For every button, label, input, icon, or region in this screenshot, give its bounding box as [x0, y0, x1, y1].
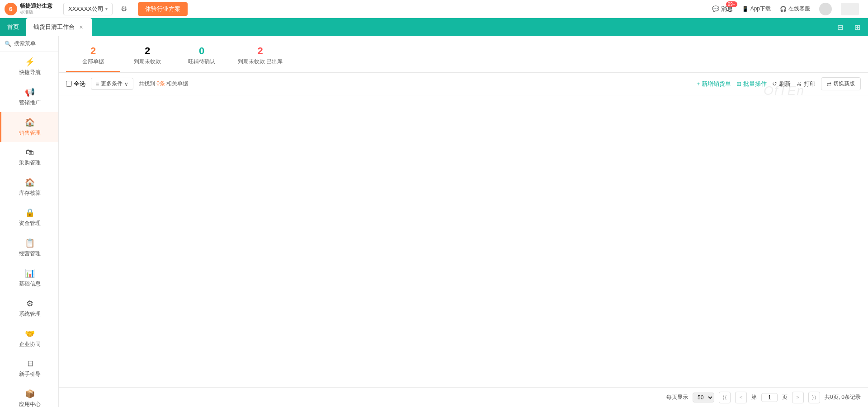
sidebar-item-quick-nav[interactable]: ⚡ 快捷导航 [0, 51, 58, 82]
batch-label: 批量操作 [743, 80, 767, 88]
batch-icon: ⊞ [736, 80, 741, 87]
pagination: 每页显示 50 ⟨⟨ ＜ 第 1 页 ＞ ⟩⟩ 共0页, 0条记录 [59, 387, 868, 407]
page-first-btn[interactable]: ⟨⟨ [719, 392, 731, 403]
total-label: 共0页, 0条记录 [825, 393, 861, 401]
search-menu-btn[interactable]: 🔍 搜索菜单 [0, 36, 58, 51]
logo-sub: 标准版 [20, 9, 52, 15]
stat-label-wangwang: 旺辅待确认 [184, 58, 220, 65]
switch-version-btn[interactable]: ⇄ 切换新版 [821, 77, 861, 90]
search-icon: 🔍 [5, 41, 11, 47]
cooperation-icon: 🤝 [25, 329, 35, 339]
switch-icon: ⇄ [827, 81, 831, 87]
sidebar-item-label: 应用中心 [19, 401, 41, 407]
found-prefix: 共找到 [139, 80, 155, 87]
sidebar-item-label: 资金管理 [19, 220, 41, 227]
sidebar-item-sales[interactable]: 🏠 销售管理 [0, 112, 58, 142]
system-icon: ⚙ [26, 299, 33, 309]
sidebar-item-label: 采购管理 [19, 159, 41, 167]
sales-icon: 🏠 [25, 117, 35, 127]
sidebar-item-marketing[interactable]: 📢 营销推广 [0, 82, 58, 112]
per-page-select[interactable]: 50 [693, 393, 714, 402]
company-name: XXXXXX公司 [68, 5, 104, 13]
sidebar-item-cooperation[interactable]: 🤝 企业协同 [0, 323, 58, 354]
select-all-input[interactable] [66, 81, 72, 87]
online-service-btn[interactable]: 🎧 在线客服 [780, 5, 810, 13]
page-last-btn[interactable]: ⟩⟩ [808, 392, 820, 403]
logo-icon: 6 [5, 3, 17, 15]
filter-chevron-icon: ∨ [124, 81, 128, 87]
sidebar: 🔍 搜索菜单 ⚡ 快捷导航 📢 营销推广 🏠 销售管理 🛍 采购管理 🏠 库存核… [0, 36, 59, 407]
tab-home[interactable]: 首页 [0, 18, 26, 36]
operations-icon: 📋 [25, 238, 35, 248]
tab-work-label: 钱货日清工作台 [33, 23, 75, 31]
app-download-icon: 📱 [742, 6, 749, 12]
sidebar-item-purchase[interactable]: 🛍 采购管理 [0, 142, 58, 172]
company-selector[interactable]: XXXXXX公司 ▾ [63, 3, 113, 15]
sidebar-item-guide[interactable]: 🖥 新手引导 [0, 354, 58, 384]
sidebar-item-label: 系统管理 [19, 310, 41, 318]
tab-bar: 首页 钱货日清工作台 ✕ ⊟ ⊞ [0, 18, 868, 36]
sidebar-item-finance[interactable]: 🔒 资金管理 [0, 202, 58, 233]
refresh-btn[interactable]: ↺ 刷新 [772, 80, 791, 88]
header-right: 💬 消息 99+ 📱 App下载 🎧 在线客服 [712, 3, 863, 15]
user-avatar2[interactable] [841, 3, 859, 15]
toolbar-right: + 新增销货单 ⊞ 批量操作 ↺ 刷新 🖨 打印 ⇄ 切换新版 [695, 77, 861, 90]
print-label: 打印 [804, 80, 816, 88]
app-center-icon: 📦 [25, 389, 35, 399]
sidebar-item-label: 快捷导航 [19, 69, 41, 76]
sidebar-item-basic-info[interactable]: 📊 基础信息 [0, 263, 58, 293]
main-layout: 🔍 搜索菜单 ⚡ 快捷导航 📢 营销推广 🏠 销售管理 🛍 采购管理 🏠 库存核… [0, 36, 868, 407]
select-all-checkbox[interactable]: 全选 [66, 80, 85, 88]
message-area[interactable]: 💬 消息 99+ [712, 5, 733, 13]
logo-area: 6 畅捷通好生意 标准版 [5, 3, 63, 15]
stat-tab-overdue[interactable]: 2 到期未收款 [120, 42, 175, 72]
sidebar-item-inventory[interactable]: 🏠 库存核算 [0, 172, 58, 202]
tab-home-label: 首页 [7, 23, 19, 31]
stat-label-overdue-out: 到期未收款 已出库 [238, 58, 283, 65]
stat-label-all: 全部单据 [75, 58, 111, 65]
online-service-label: 在线客服 [788, 5, 810, 13]
try-btn[interactable]: 体验行业方案 [138, 2, 188, 16]
sidebar-item-operations[interactable]: 📋 经营管理 [0, 233, 58, 263]
close-icon[interactable]: ✕ [77, 23, 85, 31]
filter-btn[interactable]: ≡ 更多条件 ∨ [91, 78, 133, 90]
settings-icon[interactable]: ⚙ [117, 2, 131, 16]
page-input[interactable]: 1 [761, 393, 778, 402]
batch-action-btn[interactable]: ⊞ 批量操作 [736, 80, 767, 88]
top-header: 6 畅捷通好生意 标准版 XXXXXX公司 ▾ ⚙ 体验行业方案 💬 消息 99… [0, 0, 868, 18]
page-next-btn[interactable]: ＞ [792, 392, 804, 403]
found-text: 共找到 0条 相关单据 [139, 80, 188, 88]
sidebar-item-label: 库存核算 [19, 189, 41, 197]
sidebar-item-system[interactable]: ⚙ 系统管理 [0, 293, 58, 323]
stats-tabs: 2 全部单据 2 到期未收款 0 旺辅待确认 2 到期未收款 已出库 [59, 36, 868, 73]
per-page-label: 每页显示 [666, 393, 688, 401]
stat-num-overdue: 2 [129, 45, 165, 57]
sidebar-item-label: 营销推广 [19, 99, 41, 107]
new-sale-label: + 新增销货单 [697, 80, 731, 88]
tab-work[interactable]: 钱货日清工作台 ✕ [26, 18, 92, 36]
app-download-btn[interactable]: 📱 App下载 [742, 5, 771, 13]
print-btn[interactable]: 🖨 打印 [796, 80, 816, 88]
sidebar-item-app-center[interactable]: 📦 应用中心 [0, 384, 58, 407]
purchase-icon: 🛍 [26, 148, 34, 157]
new-sale-btn[interactable]: + 新增销货单 [695, 80, 731, 88]
tab-maximize-icon[interactable]: ⊞ [851, 21, 863, 33]
filter-icon: ≡ [96, 81, 99, 87]
found-suffix: 相关单据 [166, 80, 188, 87]
page-label2: 页 [782, 393, 788, 401]
refresh-label: 刷新 [779, 80, 791, 88]
sidebar-item-label: 基础信息 [19, 280, 41, 288]
stat-tab-all[interactable]: 2 全部单据 [66, 42, 120, 72]
message-badge: 99+ [726, 1, 737, 7]
table-area [59, 95, 868, 387]
page-prev-btn[interactable]: ＜ [735, 392, 747, 403]
message-icon: 💬 [712, 5, 719, 12]
stat-tab-wangwang[interactable]: 0 旺辅待确认 [175, 42, 229, 72]
stat-tab-overdue-out[interactable]: 2 到期未收款 已出库 [229, 42, 292, 72]
tab-minimize-icon[interactable]: ⊟ [834, 21, 846, 33]
user-avatar[interactable] [819, 3, 832, 15]
marketing-icon: 📢 [25, 87, 35, 97]
stat-num-overdue-out: 2 [238, 45, 283, 57]
stat-num-all: 2 [75, 45, 111, 57]
stat-num-wangwang: 0 [184, 45, 220, 57]
